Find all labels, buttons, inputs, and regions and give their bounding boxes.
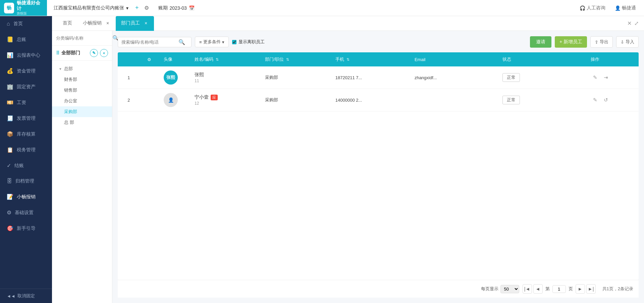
sidebar-item-ledger[interactable]: 📒 总账	[0, 32, 52, 47]
filter-icon: ≡	[199, 40, 202, 45]
close-window-icon[interactable]: ✕	[627, 20, 632, 27]
tab-dept-emp[interactable]: 部门员工 ×	[116, 16, 154, 31]
sidebar-label-salary: 工资	[17, 100, 26, 106]
sidebar-label-archive: 归档管理	[15, 178, 34, 184]
calendar-icon[interactable]: 📅	[189, 5, 195, 11]
ai-consult-button[interactable]: 🎧 人工咨询	[577, 4, 608, 12]
dept-node-finance[interactable]: 财务部	[52, 74, 112, 85]
sidebar-item-archive[interactable]: 🗄 归档管理	[0, 173, 52, 189]
import-button[interactable]: ⇩ 导入	[616, 36, 639, 48]
table-row: 2 👤 宁小壹	[118, 89, 639, 111]
sidebar-item-reports[interactable]: 📊 云报表中心	[0, 47, 52, 63]
cell-settings-1	[140, 66, 159, 89]
logo-text-area: 畅捷通好会计 旗舰版	[17, 0, 43, 16]
show-resigned-checkbox-area[interactable]: 显示离职员工	[232, 39, 265, 45]
col-status: 状态	[498, 52, 586, 66]
next-page-btn[interactable]: ►	[576, 284, 585, 294]
add-button[interactable]: +	[132, 3, 142, 13]
sidebar-label-tax: 税务管理	[17, 147, 36, 153]
cell-settings-2	[140, 89, 159, 111]
cell-index-2: 2	[118, 89, 140, 111]
user-avatar[interactable]: 👤 畅捷通	[612, 4, 639, 12]
col-settings[interactable]: ⚙	[140, 52, 159, 66]
sidebar-item-funds[interactable]: 💰 资金管理	[0, 63, 52, 79]
sidebar-item-tax[interactable]: 📋 税务管理	[0, 142, 52, 158]
dept-edit-btn[interactable]: ✎	[90, 49, 98, 57]
add-employee-button[interactable]: + 新增员工	[555, 36, 587, 48]
settings-button[interactable]: ⚙	[142, 3, 152, 12]
tab-xiao-chang-label: 小畅报销	[83, 20, 102, 26]
sidebar-label-guide: 新手引导	[17, 225, 36, 232]
dept-node-general[interactable]: 总 部	[52, 117, 112, 128]
col-dept[interactable]: 部门/职位 ⇅	[260, 52, 331, 66]
sidebar-item-salary[interactable]: 💴 工资	[0, 95, 52, 110]
dept-node-general-label: 总 部	[64, 119, 74, 125]
sidebar-item-settings[interactable]: ⚙ 基础设置	[0, 205, 52, 220]
prev-page-btn[interactable]: ◄	[533, 284, 543, 294]
dept-node-purchase[interactable]: 采购部	[52, 106, 112, 117]
dept-header-actions: ✎ «	[90, 49, 108, 57]
employee-search-box[interactable]: 🔍	[118, 37, 192, 47]
sidebar-item-home[interactable]: ⌂ 首页	[0, 16, 52, 32]
col-name[interactable]: 姓名/编码 ⇅	[190, 52, 260, 66]
employee-search-input[interactable]	[121, 40, 178, 45]
sidebar-item-assets[interactable]: 🏢 固定资产	[0, 79, 52, 95]
dept-search-input[interactable]	[56, 36, 112, 41]
dept-search-area: 🔍	[52, 31, 112, 46]
export-button[interactable]: ⇪ 导出	[590, 36, 613, 48]
unpin-button[interactable]: ◄◄ 取消固定	[0, 289, 52, 303]
tab-xiao-chang-close[interactable]: ×	[105, 20, 110, 26]
cell-name-2: 宁小壹 应 12	[190, 89, 260, 111]
filter-chevron-icon: ▾	[222, 40, 224, 45]
dept-node-office[interactable]: 办公室	[52, 96, 112, 106]
expand-icon: ▼	[59, 67, 62, 71]
sidebar: ⌂ 首页 📒 总账 📊 云报表中心 💰 资金管理 🏢 固定资产 💴 工资 🧾 发…	[0, 16, 52, 303]
all-dept-label: 全部部门	[61, 50, 80, 56]
per-page-label: 每页显示	[481, 286, 498, 292]
invite-button[interactable]: 邀请	[530, 36, 551, 48]
tab-dept-emp-close[interactable]: ×	[143, 20, 149, 26]
tab-home[interactable]: 首页	[57, 16, 77, 31]
settings-icon: ⚙	[7, 209, 11, 216]
search-icon: 🔍	[178, 39, 185, 45]
dept-node-sales[interactable]: 销售部	[52, 85, 112, 96]
sidebar-item-invoice[interactable]: 🧾 发票管理	[0, 110, 52, 126]
cell-status-1: 正常	[498, 66, 586, 89]
home-icon: ⌂	[7, 21, 10, 27]
filter-button[interactable]: ≡ 更多条件 ▾	[195, 37, 229, 47]
logout-btn-1[interactable]: ⇥	[601, 73, 610, 82]
dept-node-head[interactable]: ▼ 总部	[52, 63, 112, 74]
show-resigned-checkbox[interactable]	[232, 40, 236, 44]
per-page-select: 每页显示 50 10 20 100	[481, 285, 519, 293]
col-phone[interactable]: 手机 ⇅	[331, 52, 410, 66]
show-resigned-label: 显示离职员工	[238, 39, 265, 45]
page-size-dropdown[interactable]: 50 10 20 100	[500, 285, 519, 293]
cell-avatar-1: 张熙	[159, 66, 190, 89]
tab-xiao-chang[interactable]: 小畅报销 ×	[77, 16, 116, 31]
archive-icon: 🗄	[7, 178, 12, 184]
company-selector[interactable]: 江西服宝精品有限责任公司内账张 ▾	[54, 5, 128, 11]
table-body: 1 张熙 张熙 11	[118, 66, 639, 111]
maximize-window-icon[interactable]: ⤢	[634, 20, 639, 27]
invoice-icon: 🧾	[7, 115, 13, 121]
dept-panel: 🔍 ⠿ 全部部门 ✎ « ▼ 总部	[52, 31, 112, 303]
name-sort-icon: ⇅	[216, 57, 219, 61]
sidebar-item-expense[interactable]: 📝 小畅报销	[0, 189, 52, 205]
name-code-1: 张熙 11	[195, 72, 256, 83]
salary-icon: 💴	[7, 99, 13, 106]
last-page-btn[interactable]: ►|	[586, 284, 596, 294]
sidebar-item-guide[interactable]: 🎯 新手引导	[0, 220, 52, 236]
dept-sort-icon: ⇅	[286, 57, 289, 61]
page-number-input[interactable]	[552, 285, 566, 293]
edit-btn-1[interactable]: ✎	[591, 73, 600, 82]
status-badge-1: 正常	[502, 73, 520, 82]
edit-btn-2[interactable]: ✎	[591, 95, 600, 105]
first-page-btn[interactable]: |◄	[523, 284, 532, 294]
pagination-bar: 每页显示 50 10 20 100 |◄ ◄ 第 页	[118, 280, 639, 298]
sidebar-item-checkout[interactable]: ✓ 结账	[0, 158, 52, 173]
dept-collapse-btn[interactable]: «	[100, 49, 108, 57]
sidebar-item-inventory[interactable]: 📦 库存核算	[0, 126, 52, 142]
main-layout: ⌂ 首页 📒 总账 📊 云报表中心 💰 资金管理 🏢 固定资产 💴 工资 🧾 发…	[0, 16, 644, 303]
refresh-btn-2[interactable]: ↺	[601, 95, 610, 105]
logo-subtitle: 旗舰版	[17, 11, 43, 16]
